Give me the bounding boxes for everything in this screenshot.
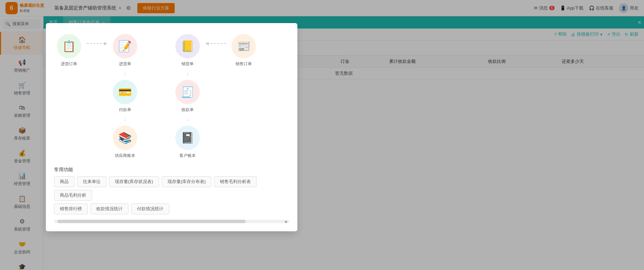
receipt-bill-label: 收款单: [181, 107, 194, 113]
payment-bill-circle: 💳: [113, 80, 137, 104]
purchase-bill-circle: 📝: [113, 34, 137, 58]
arrow-receipt-down: ↓: [186, 115, 189, 123]
quick-nav-modal: 📋 进货订单 ▶ 📝 进货单 ↓: [46, 23, 297, 231]
function-buttons-row1: 商品 往来单位 现存量(库存状况表) 现存量(库存分布表) 销售毛利分析表 商品…: [54, 176, 289, 201]
arrow-purchase-to-bill: ▶: [87, 31, 107, 46]
func-btn-contacts[interactable]: 往来单位: [77, 176, 106, 187]
flow-diagram: 📋 进货订单 ▶ 📝 进货单 ↓: [54, 31, 289, 161]
supplier-account-label: 供应商账本: [115, 153, 135, 159]
flow-purchase-order-node[interactable]: 📋 进货订单: [54, 31, 84, 70]
sales-order-label: 销售订单: [236, 61, 252, 67]
flow-sales-bill-node[interactable]: 📒 销货单: [173, 31, 203, 70]
modal-overlay[interactable]: 📋 进货订单 ▶ 📝 进货单 ↓: [0, 0, 644, 270]
flow-purchase-order-col: 📋 进货订单: [54, 31, 84, 70]
modal-scrollbar-arrow-right[interactable]: ▶: [284, 220, 289, 223]
arrow-sales-bill-down: ↓: [186, 70, 189, 77]
func-btn-inventory-dist[interactable]: 现存量(库存分布表): [162, 176, 212, 187]
flow-sales-order-col: 📰 销售订单: [229, 31, 259, 70]
purchase-order-label: 进货订单: [61, 61, 77, 67]
flow-customer-account-node[interactable]: 📓 客户账本: [173, 123, 203, 161]
receipt-bill-circle: 🧾: [175, 80, 200, 104]
arrow-bill-down: ↓: [124, 70, 126, 77]
purchase-bill-label: 进货单: [119, 61, 131, 67]
flow-sales-bill-col: 📒 销货单 ↓ 🧾 收款单 ↓ 📓: [173, 31, 203, 161]
customer-account-label: 客户账本: [179, 153, 196, 159]
payment-bill-label: 付款单: [119, 107, 131, 113]
flow-purchase-bill-col: 📝 进货单 ↓ 💳 付款单 ↓ 📚: [110, 31, 140, 161]
arrow-payment-down: ↓: [124, 115, 126, 123]
common-functions-title: 常用功能: [54, 167, 289, 173]
flow-receipt-bill-node[interactable]: 🧾 收款单: [173, 77, 203, 115]
func-btn-payment-stats[interactable]: 付款情况统计: [131, 203, 169, 214]
func-btn-receipt-stats[interactable]: 收款情况统计: [90, 203, 128, 214]
arrow-sales-order-to-bill: ◀: [205, 31, 226, 46]
func-btn-inventory-status[interactable]: 现存量(库存状况表): [109, 176, 159, 187]
func-btn-sales-rank[interactable]: 销售排行榜: [54, 203, 88, 214]
function-buttons-row2: 销售排行榜 收款情况统计 付款情况统计: [54, 203, 289, 214]
func-btn-goods[interactable]: 商品: [54, 176, 74, 187]
sales-bill-label: 销货单: [181, 61, 194, 67]
flow-purchase-bill-node[interactable]: 📝 进货单: [110, 31, 140, 70]
func-btn-sales-profit[interactable]: 销售毛利分析表: [214, 176, 257, 187]
purchase-order-circle: 📋: [57, 34, 81, 58]
supplier-account-circle: 📚: [113, 126, 137, 150]
sales-bill-circle: 📒: [175, 34, 200, 58]
func-btn-goods-profit[interactable]: 商品毛利分析: [54, 190, 92, 201]
sales-order-circle: 📰: [231, 34, 256, 58]
flow-payment-bill-node[interactable]: 💳 付款单: [110, 77, 140, 115]
modal-scrollbar[interactable]: ▶: [54, 220, 289, 223]
modal-scrollbar-thumb: [57, 220, 246, 223]
flow-supplier-account-node[interactable]: 📚 供应商账本: [110, 123, 140, 161]
flow-sales-order-node[interactable]: 📰 销售订单: [229, 31, 259, 70]
common-functions: 常用功能 商品 往来单位 现存量(库存状况表) 现存量(库存分布表) 销售毛利分…: [54, 167, 289, 214]
customer-account-circle: 📓: [175, 126, 200, 150]
